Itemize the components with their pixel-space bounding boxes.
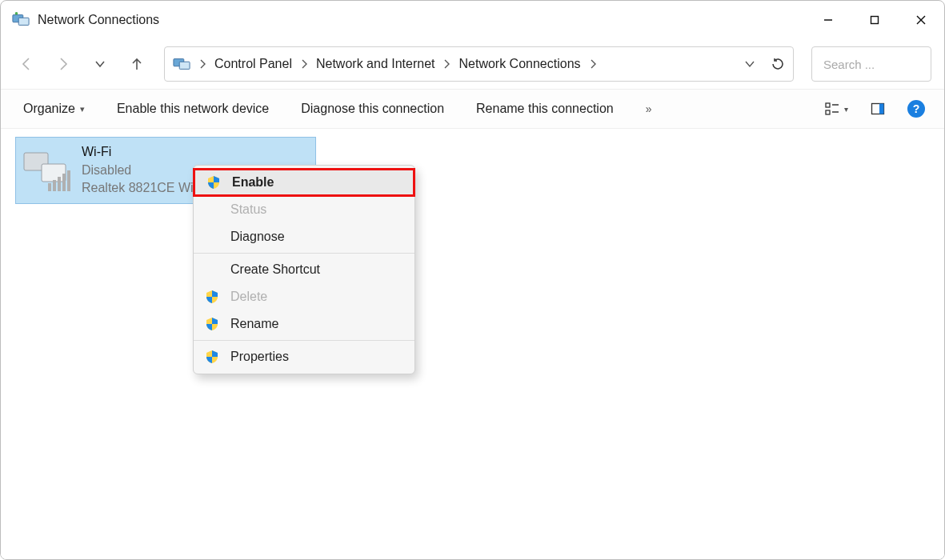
maximize-button[interactable] — [851, 1, 898, 39]
shield-icon — [206, 175, 221, 190]
svg-rect-21 — [58, 177, 61, 191]
diagnose-button[interactable]: Diagnose this connection — [301, 102, 444, 116]
view-options-button[interactable]: ▾ — [825, 102, 848, 116]
svg-rect-19 — [48, 183, 51, 191]
ctx-create-shortcut[interactable]: Create Shortcut — [194, 256, 414, 283]
svg-rect-16 — [879, 104, 884, 114]
svg-rect-1 — [18, 18, 29, 25]
address-history-button[interactable] — [743, 58, 756, 70]
svg-rect-11 — [826, 103, 830, 107]
nav-recent-button[interactable] — [90, 54, 110, 74]
shield-icon — [205, 350, 219, 364]
ctx-diagnose[interactable]: Diagnose — [194, 223, 414, 250]
chevron-right-icon[interactable] — [589, 58, 597, 70]
svg-point-2 — [15, 12, 18, 15]
chevron-right-icon[interactable] — [300, 58, 308, 70]
ctx-label: Properties — [230, 350, 289, 364]
chevron-down-icon: ▾ — [844, 105, 848, 114]
separator — [194, 340, 414, 341]
svg-rect-22 — [62, 174, 66, 191]
breadcrumb-item[interactable]: Network and Internet — [316, 57, 435, 71]
svg-rect-4 — [871, 17, 879, 24]
search-input[interactable] — [822, 57, 945, 72]
adapter-device: Realtek 8821CE Wi — [82, 179, 194, 197]
organize-label: Organize — [23, 102, 75, 116]
app-icon — [12, 11, 30, 29]
search-box[interactable] — [811, 46, 931, 82]
help-button[interactable]: ? — [907, 100, 925, 118]
shield-icon — [205, 317, 219, 331]
chevron-right-icon[interactable] — [442, 58, 450, 70]
ctx-delete: Delete — [194, 283, 414, 310]
context-menu: Enable Status Diagnose Create Shortcut — [193, 165, 415, 374]
preview-pane-button[interactable] — [871, 102, 885, 116]
ctx-label: Status — [230, 202, 266, 217]
ctx-rename[interactable]: Rename — [194, 310, 414, 338]
separator — [194, 253, 414, 254]
address-bar-icon — [173, 55, 190, 73]
organize-button[interactable]: Organize ▾ — [23, 102, 85, 116]
ctx-status: Status — [194, 196, 414, 223]
breadcrumb-item[interactable]: Control Panel — [214, 57, 292, 71]
minimize-button[interactable] — [805, 1, 851, 39]
close-button[interactable] — [898, 1, 944, 39]
svg-rect-18 — [42, 164, 66, 182]
refresh-button[interactable] — [771, 57, 785, 71]
nav-forward-button[interactable] — [54, 54, 73, 74]
adapter-name: Wi-Fi — [82, 143, 194, 161]
svg-rect-8 — [179, 62, 190, 69]
address-bar[interactable]: Control Panel Network and Internet Netwo… — [164, 46, 794, 82]
ctx-label: Delete — [230, 290, 267, 304]
adapter-icon — [22, 146, 74, 194]
overflow-button[interactable]: » — [646, 102, 651, 115]
ctx-label: Create Shortcut — [230, 262, 320, 277]
ctx-enable[interactable]: Enable — [193, 168, 415, 197]
adapter-status: Disabled — [82, 162, 194, 179]
shield-icon — [205, 290, 219, 304]
enable-device-button[interactable]: Enable this network device — [117, 102, 269, 116]
chevron-down-icon: ▾ — [80, 104, 85, 114]
breadcrumb-item[interactable]: Network Connections — [458, 57, 580, 71]
rename-button[interactable]: Rename this connection — [476, 102, 614, 116]
svg-rect-23 — [67, 170, 70, 191]
ctx-label: Diagnose — [230, 230, 285, 244]
ctx-label: Enable — [232, 175, 274, 190]
nav-up-button[interactable] — [127, 54, 146, 74]
window-title: Network Connections — [38, 13, 159, 27]
nav-back-button[interactable] — [17, 54, 36, 74]
svg-rect-20 — [53, 180, 56, 191]
ctx-properties[interactable]: Properties — [194, 343, 414, 370]
svg-rect-12 — [826, 110, 830, 114]
ctx-label: Rename — [230, 317, 278, 331]
chevron-right-icon[interactable] — [198, 58, 206, 70]
